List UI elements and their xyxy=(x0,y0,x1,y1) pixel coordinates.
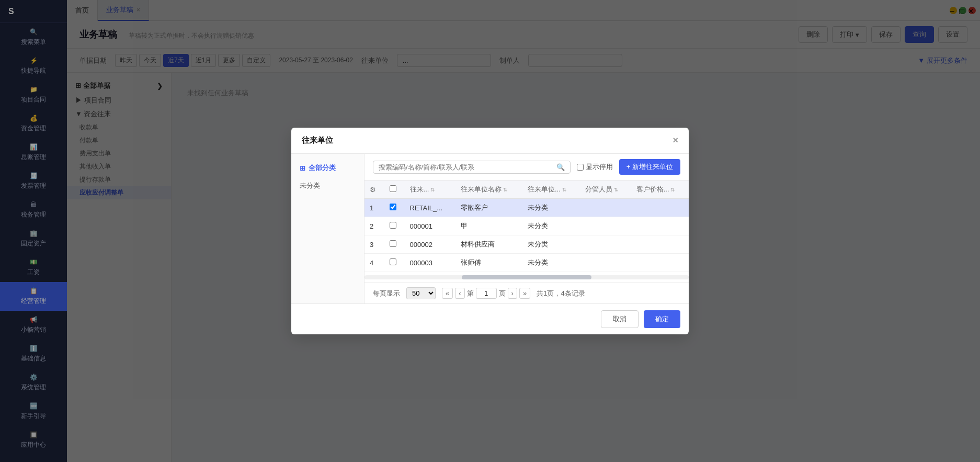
table-row[interactable]: 4 000003 张师傅 未分类 xyxy=(364,254,689,272)
cell-check[interactable] xyxy=(384,254,405,272)
modal-sidebar: ⊞ 全部分类 未分类 xyxy=(291,154,364,303)
total-records-label: 共1页，4条记录 xyxy=(537,289,585,298)
add-counterparty-button[interactable]: + 新增往来单位 xyxy=(619,159,680,175)
page-number-input[interactable] xyxy=(476,288,497,299)
prev-page-button[interactable]: ‹ xyxy=(455,288,464,299)
modal-pagination-bar: 每页显示 50 10 20 100 « ‹ 第 页 xyxy=(364,283,689,303)
cell-manager xyxy=(580,254,631,272)
cell-price xyxy=(631,199,689,217)
last-page-button[interactable]: » xyxy=(519,288,530,299)
cell-num: 3 xyxy=(364,235,384,254)
next-page-button[interactable]: › xyxy=(508,288,517,299)
cell-num: 4 xyxy=(364,254,384,272)
select-all-checkbox[interactable] xyxy=(390,185,396,192)
table-header-row: ⚙ 往来... 往来单位名称 往来单位... 分管人员 客户价格... xyxy=(364,181,689,199)
cell-category: 未分类 xyxy=(522,254,580,272)
modal-search-box[interactable]: 🔍 xyxy=(373,161,571,174)
pagination: « ‹ 第 页 › » xyxy=(442,288,530,299)
table-row[interactable]: 1 RETAIL_... 零散客户 未分类 xyxy=(364,199,689,217)
page-size-select[interactable]: 50 10 20 100 xyxy=(406,287,436,299)
first-page-button[interactable]: « xyxy=(442,288,453,299)
modal-table: ⚙ 往来... 往来单位名称 往来单位... 分管人员 客户价格... xyxy=(364,181,689,283)
row-checkbox[interactable] xyxy=(390,204,396,210)
cell-check[interactable] xyxy=(384,199,405,217)
cell-name: 张师傅 xyxy=(455,254,522,272)
cell-manager xyxy=(580,235,631,254)
col-name[interactable]: 往来单位名称 xyxy=(455,181,522,199)
col-price[interactable]: 客户价格... xyxy=(631,181,689,199)
cell-price xyxy=(631,217,689,235)
show-disabled-toggle[interactable]: 显示停用 xyxy=(577,162,613,172)
col-checkbox[interactable] xyxy=(384,181,405,199)
cell-code: 000002 xyxy=(405,235,455,254)
modal-overlay: 往来单位 × ⊞ 全部分类 未分类 xyxy=(0,0,980,462)
modal-body: ⊞ 全部分类 未分类 🔍 xyxy=(291,154,689,303)
modal-sidebar-all[interactable]: ⊞ 全部分类 xyxy=(291,159,364,177)
cell-code: RETAIL_... xyxy=(405,199,455,217)
search-icon: 🔍 xyxy=(556,163,565,171)
cell-manager xyxy=(580,217,631,235)
cell-name: 材料供应商 xyxy=(455,235,522,254)
modal-header: 往来单位 × xyxy=(291,128,689,154)
table-row[interactable]: 3 000002 材料供应商 未分类 xyxy=(364,235,689,254)
col-manager[interactable]: 分管人员 xyxy=(580,181,631,199)
cell-check[interactable] xyxy=(384,235,405,254)
cell-name: 零散客户 xyxy=(455,199,522,217)
page-label: 第 xyxy=(467,289,474,298)
modal-title: 往来单位 xyxy=(302,136,333,145)
grid-icon: ⊞ xyxy=(300,164,305,172)
row-checkbox[interactable] xyxy=(390,240,396,247)
cancel-button[interactable]: 取消 xyxy=(601,310,639,328)
cell-category: 未分类 xyxy=(522,217,580,235)
col-category[interactable]: 往来单位... xyxy=(522,181,580,199)
row-checkbox[interactable] xyxy=(390,258,396,265)
modal-toolbar: 🔍 显示停用 + 新增往来单位 xyxy=(364,154,689,181)
modal-actions: 取消 确定 xyxy=(291,303,689,334)
cell-category: 未分类 xyxy=(522,235,580,254)
cell-check[interactable] xyxy=(384,217,405,235)
modal-counterparty: 往来单位 × ⊞ 全部分类 未分类 xyxy=(291,128,689,334)
cell-manager xyxy=(580,199,631,217)
col-code[interactable]: 往来... xyxy=(405,181,455,199)
page-size-label: 每页显示 xyxy=(373,289,400,298)
page-unit: 页 xyxy=(499,289,506,298)
cell-num: 1 xyxy=(364,199,384,217)
cell-price xyxy=(631,254,689,272)
modal-sidebar-all-label: 全部分类 xyxy=(309,163,336,173)
counterparty-table: ⚙ 往来... 往来单位名称 往来单位... 分管人员 客户价格... xyxy=(364,181,689,272)
modal-main: 🔍 显示停用 + 新增往来单位 ⚙ xyxy=(364,154,689,303)
cell-code: 000003 xyxy=(405,254,455,272)
cell-code: 000001 xyxy=(405,217,455,235)
modal-sidebar-uncategorized[interactable]: 未分类 xyxy=(291,177,364,195)
modal-close-button[interactable]: × xyxy=(673,135,678,146)
modal-search-input[interactable] xyxy=(379,163,553,171)
cell-name: 甲 xyxy=(455,217,522,235)
cell-category: 未分类 xyxy=(522,199,580,217)
table-row[interactable]: 2 000001 甲 未分类 xyxy=(364,217,689,235)
show-disabled-checkbox[interactable] xyxy=(577,164,584,171)
horizontal-scrollbar[interactable] xyxy=(364,275,689,279)
row-checkbox[interactable] xyxy=(390,222,396,229)
show-disabled-label: 显示停用 xyxy=(586,162,613,172)
scrollbar-thumb[interactable] xyxy=(462,275,591,279)
main-area: 首页 业务草稿 × − □ × 业务草稿 草稿转为正式单据时，不会执行满赠促销优… xyxy=(67,0,980,462)
modal-sidebar-uncategorized-label: 未分类 xyxy=(300,181,320,190)
col-settings[interactable]: ⚙ xyxy=(364,181,384,199)
table-body: 1 RETAIL_... 零散客户 未分类 2 xyxy=(364,199,689,272)
confirm-button[interactable]: 确定 xyxy=(644,310,680,328)
cell-num: 2 xyxy=(364,217,384,235)
cell-price xyxy=(631,235,689,254)
